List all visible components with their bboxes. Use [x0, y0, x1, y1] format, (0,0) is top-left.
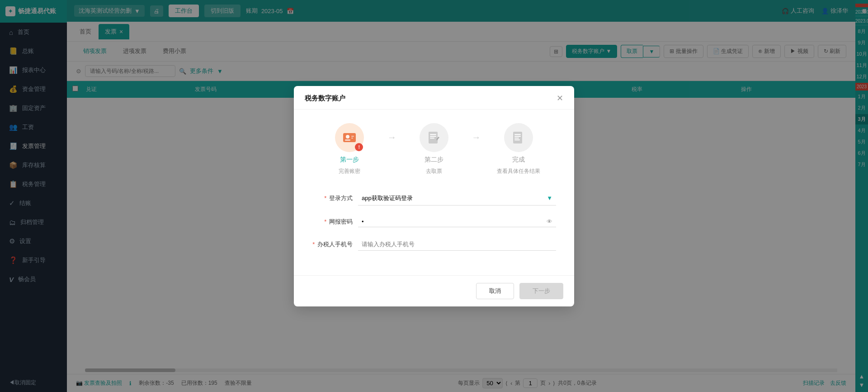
modal-overlay: 税务数字账户 ✕ !: [0, 0, 868, 392]
arrow-1: →: [387, 123, 396, 143]
step2-title: 第二步: [425, 156, 443, 164]
password-row: * 网报密码 👁: [312, 216, 556, 227]
tax-digital-modal: 税务数字账户 ✕ !: [294, 86, 574, 306]
step2-subtitle: 去取票: [426, 167, 442, 175]
svg-point-1: [346, 135, 349, 139]
svg-rect-12: [514, 138, 519, 139]
modal-close-btn[interactable]: ✕: [557, 94, 563, 102]
step-3: 完成 查看具体任务结果: [481, 123, 556, 175]
step-1: ! 第一步 完善账密: [312, 123, 387, 175]
login-method-label: * 登录方式: [312, 194, 353, 202]
svg-rect-8: [430, 138, 434, 139]
cancel-button[interactable]: 取消: [476, 283, 514, 299]
svg-rect-11: [514, 136, 521, 137]
login-method-row: * 登录方式 app获取验证码登录 ▼: [312, 191, 556, 206]
step1-icon: !: [335, 123, 364, 152]
step3-subtitle: 查看具体任务结果: [497, 167, 540, 175]
password-label: * 网报密码: [312, 218, 353, 226]
password-input[interactable]: [362, 218, 547, 225]
eye-icon[interactable]: 👁: [547, 218, 552, 225]
password-field-wrapper: 👁: [358, 216, 556, 227]
svg-rect-13: [514, 139, 520, 140]
step-2: 第二步 去取票: [396, 123, 472, 175]
login-method-select[interactable]: app获取验证码登录 ▼: [358, 191, 556, 206]
phone-label: * 办税人手机号: [312, 240, 353, 249]
phone-row: * 办税人手机号: [312, 238, 556, 251]
modal-title: 税务数字账户: [305, 94, 345, 103]
step1-title: 第一步: [340, 156, 359, 164]
svg-rect-4: [351, 138, 353, 139]
steps-indicator: ! 第一步 完善账密 →: [312, 123, 556, 175]
svg-rect-3: [351, 136, 354, 137]
step1-badge: !: [355, 143, 363, 151]
step2-icon: [420, 123, 448, 152]
step3-title: 完成: [512, 156, 525, 164]
step1-subtitle: 完善账密: [339, 167, 360, 175]
modal-header: 税务数字账户 ✕: [294, 86, 574, 110]
modal-body: ! 第一步 完善账密 →: [294, 110, 574, 275]
phone-input[interactable]: [358, 238, 556, 251]
modal-footer: 取消 下一步: [294, 275, 574, 306]
svg-rect-7: [430, 136, 436, 137]
svg-rect-2: [345, 139, 350, 141]
svg-rect-6: [430, 134, 436, 135]
step3-icon: [504, 123, 533, 152]
next-button[interactable]: 下一步: [519, 283, 563, 299]
chevron-down-icon: ▼: [547, 195, 552, 201]
arrow-2: →: [472, 123, 481, 143]
svg-rect-10: [514, 134, 521, 135]
